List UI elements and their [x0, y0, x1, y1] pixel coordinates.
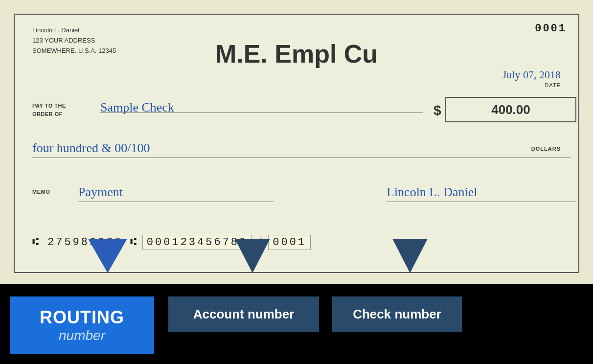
arrow-check [392, 239, 428, 273]
arrow-account [235, 239, 270, 273]
label-routing-top: ROUTING [40, 307, 124, 328]
signature-line [387, 202, 576, 202]
date-value: July 07, 2018 [502, 68, 561, 81]
amount-value: 400.00 [491, 102, 530, 117]
page-wrapper: 0001 Lincoln L. Daniel 123 YOUR ADDRESS … [0, 0, 593, 364]
label-account-text: Account number [193, 307, 295, 322]
memo-value: Payment [78, 185, 123, 200]
dollars-label: DOLLARS [531, 146, 561, 152]
date-area: July 07, 2018 DATE [502, 68, 561, 88]
label-account: Account number [168, 296, 319, 332]
written-amount: four hundred & 00/100 [32, 141, 150, 156]
arrow-routing [88, 239, 127, 273]
memo-line [78, 202, 274, 202]
label-check-text: Check number [353, 307, 441, 322]
pay-to-line [100, 113, 423, 113]
date-label: DATE [502, 82, 561, 88]
amount-box: 400.00 [445, 97, 576, 122]
label-routing-bottom: number [59, 328, 105, 343]
check-number-top: 0001 [535, 23, 567, 35]
micr-separator-right: ⑆ [130, 236, 138, 249]
micr-separator-left: ⑆ [32, 236, 41, 249]
dollar-sign: $ [433, 103, 441, 118]
label-check: Check number [332, 296, 462, 332]
written-amount-line [32, 158, 570, 158]
address-name: Lincoln L. Daniel [32, 25, 116, 36]
check-body: 0001 Lincoln L. Daniel 123 YOUR ADDRESS … [14, 14, 579, 273]
memo-label: MEMO [32, 189, 50, 195]
label-routing: ROUTING number [10, 296, 154, 354]
signature-value: Lincoln L. Daniel [387, 185, 478, 200]
bank-name: M.E. Empl Cu [15, 39, 578, 68]
micr-check-number: 0001 [268, 235, 311, 250]
pay-to-label: PAY TO THE ORDER OF [32, 102, 66, 118]
